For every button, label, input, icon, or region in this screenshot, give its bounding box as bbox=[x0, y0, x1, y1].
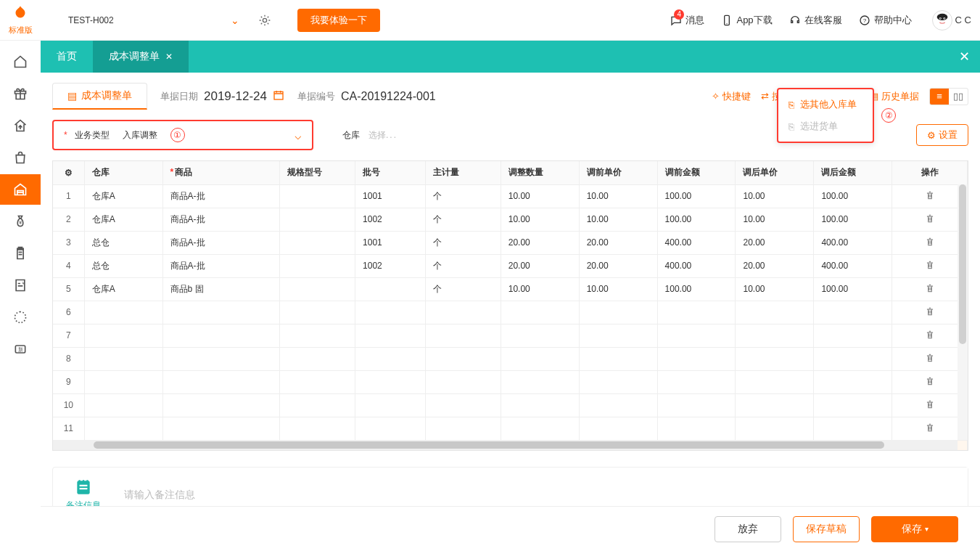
cell-price-after[interactable] bbox=[736, 324, 814, 347]
nav-warehouse[interactable] bbox=[0, 174, 41, 205]
cell-amount-after[interactable] bbox=[814, 301, 892, 324]
cell-amount-before[interactable] bbox=[657, 301, 736, 324]
save-draft-button[interactable]: 保存草稿 bbox=[793, 516, 860, 542]
cell-amount-after[interactable]: 400.00 bbox=[814, 231, 892, 254]
cell-batch[interactable] bbox=[355, 277, 426, 301]
table-row[interactable]: 11 bbox=[53, 417, 968, 440]
cell-spec[interactable] bbox=[280, 277, 355, 301]
cell-spec[interactable] bbox=[280, 347, 355, 370]
cell-amount-after[interactable] bbox=[814, 370, 892, 393]
cell-price-after[interactable] bbox=[736, 393, 814, 417]
cell-amount-before[interactable] bbox=[657, 370, 736, 393]
table-row[interactable]: 10 bbox=[53, 393, 968, 417]
table-row[interactable]: 8 bbox=[53, 347, 968, 370]
cell-unit[interactable] bbox=[426, 347, 501, 370]
header-online-service[interactable]: 在线客服 bbox=[788, 14, 842, 27]
cell-batch[interactable]: 1002 bbox=[355, 208, 426, 231]
th-amount-before[interactable]: 调前金额 bbox=[657, 161, 736, 184]
cell-price-before[interactable] bbox=[579, 347, 657, 370]
cell-warehouse[interactable] bbox=[84, 393, 162, 417]
view-grid-button[interactable]: ▯▯ bbox=[949, 89, 968, 105]
cell-unit[interactable]: 个 bbox=[426, 184, 501, 208]
cell-amount-before[interactable]: 100.00 bbox=[657, 208, 736, 231]
close-icon[interactable]: ✕ bbox=[165, 52, 173, 62]
cell-qty[interactable]: 20.00 bbox=[501, 254, 579, 277]
cell-unit[interactable] bbox=[426, 370, 501, 393]
cell-warehouse[interactable] bbox=[84, 417, 162, 440]
cell-unit[interactable] bbox=[426, 324, 501, 347]
nav-gift[interactable] bbox=[0, 78, 41, 109]
cell-price-after[interactable] bbox=[736, 347, 814, 370]
cell-warehouse[interactable]: 总仓 bbox=[84, 231, 162, 254]
nav-new[interactable]: 新 bbox=[0, 334, 41, 364]
cell-spec[interactable] bbox=[280, 324, 355, 347]
cell-batch[interactable] bbox=[355, 324, 426, 347]
business-type-select[interactable]: * 业务类型 入库调整 ① ⌵ bbox=[52, 120, 313, 150]
table-row[interactable]: 7 bbox=[53, 324, 968, 347]
nav-money[interactable]: ¥ bbox=[0, 206, 41, 237]
cell-warehouse[interactable] bbox=[84, 301, 162, 324]
cell-qty[interactable]: 10.00 bbox=[501, 208, 579, 231]
cell-batch[interactable]: 1001 bbox=[355, 231, 426, 254]
cell-warehouse[interactable]: 仓库A bbox=[84, 184, 162, 208]
row-delete-button[interactable] bbox=[892, 277, 968, 301]
row-delete-button[interactable] bbox=[892, 301, 968, 324]
cell-price-before[interactable]: 10.00 bbox=[579, 277, 657, 301]
cell-price-before[interactable] bbox=[579, 301, 657, 324]
cell-qty[interactable]: 10.00 bbox=[501, 184, 579, 208]
row-delete-button[interactable] bbox=[892, 254, 968, 277]
row-delete-button[interactable] bbox=[892, 370, 968, 393]
cell-price-before[interactable]: 10.00 bbox=[579, 208, 657, 231]
cell-qty[interactable] bbox=[501, 324, 579, 347]
cell-qty[interactable]: 10.00 bbox=[501, 277, 579, 301]
cell-price-after[interactable] bbox=[736, 301, 814, 324]
table-row[interactable]: 3总仓商品A-批1001个20.0020.00400.0020.00400.00 bbox=[53, 231, 968, 254]
cell-product[interactable] bbox=[162, 324, 280, 347]
table-row[interactable]: 5仓库A商品b 固个10.0010.00100.0010.00100.00 bbox=[53, 277, 968, 301]
cell-product[interactable]: 商品A-批 bbox=[162, 184, 280, 208]
cell-price-before[interactable] bbox=[579, 393, 657, 417]
view-list-button[interactable]: ≡ bbox=[930, 89, 949, 105]
cell-amount-after[interactable]: 100.00 bbox=[814, 184, 892, 208]
table-row[interactable]: 4总仓商品A-批1002个20.0020.00400.0020.00400.00 bbox=[53, 254, 968, 277]
th-spec[interactable]: 规格型号 bbox=[280, 161, 355, 184]
th-price-after[interactable]: 调后单价 bbox=[736, 161, 814, 184]
table-row[interactable]: 1仓库A商品A-批1001个10.0010.00100.0010.00100.0… bbox=[53, 184, 968, 208]
cell-spec[interactable] bbox=[280, 301, 355, 324]
cell-unit[interactable]: 个 bbox=[426, 231, 501, 254]
cell-spec[interactable] bbox=[280, 417, 355, 440]
cell-warehouse[interactable]: 总仓 bbox=[84, 254, 162, 277]
cell-amount-after[interactable] bbox=[814, 417, 892, 440]
table-row[interactable]: 6 bbox=[53, 301, 968, 324]
cell-spec[interactable] bbox=[280, 208, 355, 231]
cell-batch[interactable] bbox=[355, 370, 426, 393]
settings-button[interactable]: ⚙ 设置 bbox=[916, 124, 968, 146]
store-settings-button[interactable] bbox=[254, 9, 276, 31]
cell-batch[interactable] bbox=[355, 393, 426, 417]
cell-batch[interactable]: 1001 bbox=[355, 184, 426, 208]
row-delete-button[interactable] bbox=[892, 417, 968, 440]
cell-price-after[interactable] bbox=[736, 370, 814, 393]
scroll-thumb[interactable] bbox=[959, 184, 966, 344]
tab-home[interactable]: 首页 bbox=[41, 41, 93, 73]
cell-amount-after[interactable]: 100.00 bbox=[814, 208, 892, 231]
table-row[interactable]: 2仓库A商品A-批1002个10.0010.00100.0010.00100.0… bbox=[53, 208, 968, 231]
cell-product[interactable]: 商品A-批 bbox=[162, 254, 280, 277]
cell-amount-after[interactable]: 100.00 bbox=[814, 277, 892, 301]
cell-price-before[interactable] bbox=[579, 370, 657, 393]
cell-price-after[interactable]: 10.00 bbox=[736, 208, 814, 231]
row-delete-button[interactable] bbox=[892, 231, 968, 254]
nav-sync[interactable] bbox=[0, 302, 41, 332]
cell-price-after[interactable]: 10.00 bbox=[736, 184, 814, 208]
cell-price-before[interactable] bbox=[579, 417, 657, 440]
cell-warehouse[interactable] bbox=[84, 347, 162, 370]
header-user[interactable]: C C bbox=[932, 10, 971, 30]
cell-qty[interactable]: 20.00 bbox=[501, 231, 579, 254]
cell-price-before[interactable] bbox=[579, 324, 657, 347]
cell-amount-before[interactable]: 400.00 bbox=[657, 231, 736, 254]
cell-amount-before[interactable]: 400.00 bbox=[657, 254, 736, 277]
cell-price-before[interactable]: 20.00 bbox=[579, 254, 657, 277]
nav-house-up[interactable] bbox=[0, 110, 41, 141]
cell-batch[interactable] bbox=[355, 301, 426, 324]
cell-batch[interactable] bbox=[355, 417, 426, 440]
